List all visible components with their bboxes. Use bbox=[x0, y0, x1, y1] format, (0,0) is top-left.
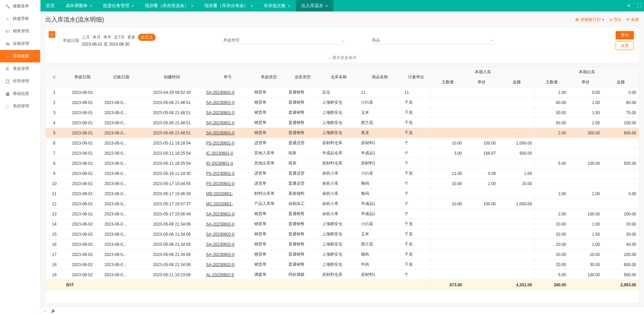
table-row[interactable]: 32023-06-012023-06-0...2023-05-06 21:48:… bbox=[46, 108, 639, 118]
table-row[interactable]: 122023-06-012023-06-0...2023-05-17 15:07… bbox=[46, 199, 639, 209]
footer-home-icon[interactable]: ⌂ bbox=[44, 308, 46, 313]
cell-docno[interactable]: ID-20230601-0 bbox=[203, 158, 252, 168]
table-row[interactable]: 82023-06-012023-06-0...2023-05-11 16:25:… bbox=[46, 158, 639, 168]
sidebar-item-1[interactable]: ⌂快捷导航 bbox=[0, 12, 40, 25]
query-button[interactable]: 查询 bbox=[616, 31, 634, 40]
cell-in-qty bbox=[431, 270, 465, 280]
cell-docno[interactable]: SA-20230602-0 bbox=[203, 219, 252, 229]
cell-wh: 上海静安仓 bbox=[319, 98, 358, 108]
fullscreen-icon[interactable]: ⛶ bbox=[634, 0, 644, 11]
cell-docno[interactable]: AL-20230602-0 bbox=[203, 270, 252, 280]
cell-out-price: 0.00 bbox=[569, 87, 602, 98]
cell-docno[interactable]: PS-20230601-0 bbox=[203, 168, 252, 179]
cell-product: 牛肉 bbox=[358, 260, 402, 270]
sidebar-item-5[interactable]: ㊎资金管理 bbox=[0, 62, 40, 75]
close-icon[interactable]: ✕ bbox=[89, 4, 92, 8]
cell-docno[interactable]: SA-20230601-0 bbox=[203, 87, 252, 98]
export-button[interactable]: ⇲ 导出 bbox=[609, 17, 622, 23]
table-row[interactable]: 102023-06-012023-06-0...2023-05-17 15:04… bbox=[46, 179, 639, 189]
tab-3[interactable]: 现存量（库存状况表）✕ bbox=[139, 0, 199, 11]
cell-docno[interactable]: PS-20230601-0 bbox=[203, 179, 252, 189]
data-table[interactable]: ⚙ 单据日期 记账日期 创建时间 单号 单据类型 业务类型 仓库名称 商品名称 … bbox=[45, 67, 639, 303]
cell-docno[interactable]: SA-20230601-0 bbox=[203, 209, 252, 219]
cell-in-price bbox=[465, 98, 498, 108]
date-custom-badge[interactable]: 自定义 bbox=[138, 34, 156, 41]
footer-sound-icon[interactable]: 🔈 bbox=[51, 308, 56, 313]
sidebar-item-6[interactable]: 📋经营管理 bbox=[0, 75, 40, 87]
cell-docno[interactable]: SA-20230602-0 bbox=[203, 260, 252, 270]
doc-type-select[interactable]: 单据类型 ⌄ bbox=[223, 37, 345, 44]
cell-date: 2023-06-01 bbox=[63, 199, 102, 209]
sidebar-item-8[interactable]: ◌系统管理 bbox=[0, 100, 40, 112]
cell-docno[interactable]: SA-20230601-0 bbox=[203, 108, 252, 118]
cell-out-price bbox=[569, 179, 602, 189]
th-in-group: 本期入库 bbox=[431, 67, 535, 77]
expand-filters[interactable]: ⌄ 展开更多条件 bbox=[45, 53, 639, 62]
table-row[interactable]: 72023-06-012023-06-0...2023-05-11 16:25:… bbox=[46, 148, 639, 158]
cell-docno[interactable]: SA-20230602-0 bbox=[203, 239, 252, 250]
table-row[interactable]: 52023-06-012023-06-0...2023-05-06 21:48:… bbox=[46, 128, 639, 138]
cell-wh: 上海静安仓 bbox=[319, 250, 358, 260]
collapse-filter-icon[interactable]: » bbox=[49, 31, 55, 38]
table-row[interactable]: 152023-06-022023-06-0...2023-05-06 21:34… bbox=[46, 229, 639, 239]
cell-created: 2023-05-17 15:08:49 bbox=[140, 209, 203, 219]
product-select[interactable]: 商品 ⋯ bbox=[372, 37, 493, 44]
sidebar-item-4[interactable]: ⌂库存核算 bbox=[0, 50, 40, 62]
row-index: 10 bbox=[46, 179, 63, 189]
tab-6[interactable]: 出入库流水✕ bbox=[296, 0, 333, 11]
close-icon[interactable]: ✕ bbox=[250, 4, 253, 8]
table-row[interactable]: 62023-06-012023-06-0...2023-05-11 16:18:… bbox=[46, 138, 639, 148]
cell-docno[interactable]: MC-20230601- bbox=[203, 199, 252, 209]
settings-button[interactable]: 设置 bbox=[616, 42, 634, 50]
tab-4[interactable]: 现存量（库存分布表）✕ bbox=[199, 0, 258, 11]
print-button[interactable]: 🖶 按模板打印 ▾ bbox=[575, 17, 604, 23]
cell-docno[interactable]: SA-20230601-0 bbox=[203, 128, 252, 138]
cell-wh: 余杭小库 bbox=[319, 209, 358, 219]
date-opt[interactable]: 近7天 bbox=[114, 34, 125, 40]
tab-5[interactable]: 库存批次账✕ bbox=[258, 0, 296, 11]
close-icon[interactable]: ✕ bbox=[325, 4, 328, 8]
table-row[interactable]: 12023-06-012023-04-29 09:52:30SA-2023060… bbox=[46, 87, 639, 98]
date-opt[interactable]: 本年 bbox=[103, 34, 111, 40]
date-opt[interactable]: 更多 bbox=[127, 34, 135, 40]
table-row[interactable]: 172023-06-022023-06-0...2023-05-06 21:34… bbox=[46, 250, 639, 260]
cell-docno[interactable]: PS-20230601-0 bbox=[203, 138, 252, 148]
gear-icon[interactable]: ⚙ bbox=[52, 75, 56, 80]
cell-docno[interactable]: SA-20230602-0 bbox=[203, 229, 252, 239]
cell-biztype: 同价调拨 bbox=[286, 270, 319, 280]
table-row[interactable]: 22023-06-012023-06-0...2023-05-06 21:48:… bbox=[46, 98, 639, 108]
table-row[interactable]: 112023-06-012023-06-0...2023-05-17 15:06… bbox=[46, 189, 639, 199]
table-row[interactable]: 182023-06-022023-06-0...2023-05-06 21:34… bbox=[46, 260, 639, 270]
table-row[interactable]: 132023-06-012023-06-0...2023-05-17 15:08… bbox=[46, 209, 639, 219]
cell-in-qty bbox=[431, 158, 465, 168]
cell-date: 2023-06-01 bbox=[63, 128, 102, 138]
cell-docno[interactable]: SA-20230602-0 bbox=[203, 250, 252, 260]
sidebar-item-7[interactable]: ▦基础信息 bbox=[0, 87, 40, 100]
sidebar-item-3[interactable]: 🛍采购管理 bbox=[0, 37, 40, 50]
close-all-tabs[interactable]: ✕ bbox=[624, 0, 634, 11]
table-row[interactable]: 42023-06-012023-06-0...2023-05-06 21:48:… bbox=[46, 118, 639, 128]
table-row[interactable]: 192023-06-022023-06-0...2023-05-11 16:23… bbox=[46, 270, 639, 280]
cell-docno[interactable]: SA-20230601-0 bbox=[203, 118, 252, 128]
cell-docno[interactable]: SA-20230601-0 bbox=[203, 98, 252, 108]
total-out-amt: 2,993.00 bbox=[602, 280, 639, 290]
close-icon[interactable]: ✕ bbox=[191, 4, 194, 8]
date-opt[interactable]: 上月 bbox=[82, 34, 90, 40]
cell-in-qty: 10.00 bbox=[431, 138, 465, 148]
cell-date: 2023-06-02 bbox=[63, 270, 102, 280]
cell-docno[interactable]: MD-20230601- bbox=[203, 189, 252, 199]
table-row[interactable]: 142023-06-022023-06-0...2023-05-06 21:34… bbox=[46, 219, 639, 229]
table-row[interactable]: 92023-06-012023-06-0...2023-05-16 11:24:… bbox=[46, 168, 639, 179]
tab-1[interactable]: 成本调整单✕ bbox=[60, 0, 98, 11]
cell-product: 玉米 bbox=[358, 108, 402, 118]
date-opt[interactable]: 本月 bbox=[93, 34, 101, 40]
tab-0[interactable]: 首页 bbox=[41, 0, 60, 11]
cell-docno[interactable]: IC-20230601-0 bbox=[203, 148, 252, 158]
tab-2[interactable]: 拣货任务管理✕ bbox=[98, 0, 139, 11]
sidebar-item-2[interactable]: 🏷销售管理 bbox=[0, 25, 40, 37]
close-icon[interactable]: ✕ bbox=[288, 4, 290, 8]
close-icon[interactable]: ✕ bbox=[131, 4, 134, 8]
sidebar-item-0[interactable]: 🔍搜索菜单 bbox=[0, 0, 40, 12]
table-row[interactable]: 162023-06-022023-06-0...2023-05-06 21:34… bbox=[46, 239, 639, 250]
refresh-button[interactable]: ⟳ 刷新 bbox=[626, 17, 639, 23]
